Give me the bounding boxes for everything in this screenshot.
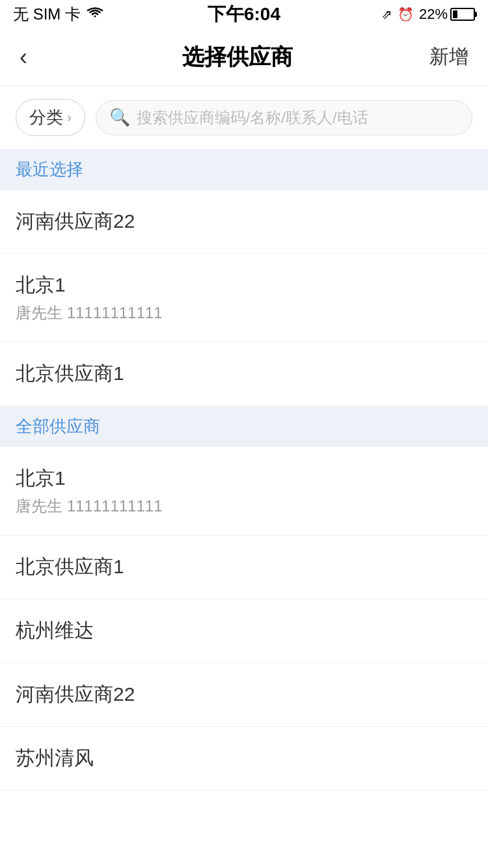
item-name: 杭州维达: [16, 617, 472, 644]
battery-pct-text: 22%: [419, 6, 448, 23]
battery-box: [450, 8, 475, 21]
item-name: 北京供应商1: [16, 554, 472, 580]
battery-fill: [453, 10, 457, 18]
search-box[interactable]: 🔍 搜索供应商编码/名称/联系人/电话: [96, 100, 472, 135]
item-name: 苏州清风: [16, 745, 472, 772]
list-item[interactable]: 苏州清风: [0, 727, 488, 791]
nav-bar: ‹ 选择供应商 新增: [0, 29, 488, 86]
list-item[interactable]: 杭州维达: [0, 599, 488, 663]
item-name: 河南供应商22: [16, 681, 472, 708]
battery-indicator: 22%: [419, 6, 475, 23]
status-left: 无 SIM 卡: [13, 4, 104, 25]
all-section-title: 全部供应商: [16, 416, 100, 436]
no-sim-text: 无 SIM 卡: [13, 4, 81, 25]
status-time: 下午6:04: [208, 2, 280, 27]
all-items-list: 北京1唐先生 11111111111北京供应商1杭州维达河南供应商22苏州清风: [0, 447, 488, 791]
item-name: 北京1: [16, 465, 472, 492]
list-item[interactable]: 北京供应商1: [0, 536, 488, 599]
recent-items-list: 河南供应商22北京1唐先生 11111111111北京供应商1: [0, 190, 488, 406]
list-item[interactable]: 北京供应商1: [0, 342, 488, 406]
alarm-icon: ⏰: [398, 7, 414, 22]
list-item[interactable]: 北京1唐先生 11111111111: [0, 447, 488, 536]
list-item[interactable]: 北京1唐先生 11111111111: [0, 254, 488, 342]
location-icon: ⇗: [381, 7, 392, 22]
filter-bar: 分类 › 🔍 搜索供应商编码/名称/联系人/电话: [0, 86, 488, 149]
wifi-icon: [86, 5, 104, 23]
list-item[interactable]: 河南供应商22: [0, 190, 488, 254]
item-name: 北京供应商1: [16, 360, 472, 387]
add-button[interactable]: 新增: [416, 44, 468, 70]
recent-section-header: 最近选择: [0, 149, 488, 190]
item-sub: 唐先生 11111111111: [16, 303, 472, 323]
status-right: ⇗ ⏰ 22%: [381, 6, 475, 23]
item-name: 北京1: [16, 272, 472, 299]
back-button[interactable]: ‹: [20, 44, 59, 71]
list-item[interactable]: 河南供应商22: [0, 663, 488, 727]
recent-section-title: 最近选择: [16, 159, 83, 179]
chevron-right-icon: ›: [67, 110, 72, 125]
category-button[interactable]: 分类 ›: [16, 99, 85, 136]
search-placeholder: 搜索供应商编码/名称/联系人/电话: [137, 107, 368, 128]
search-icon: 🔍: [109, 107, 130, 128]
all-section-header: 全部供应商: [0, 406, 488, 447]
item-name: 河南供应商22: [16, 208, 472, 235]
status-bar: 无 SIM 卡 下午6:04 ⇗ ⏰ 22%: [0, 0, 488, 29]
item-sub: 唐先生 11111111111: [16, 496, 472, 517]
page-title: 选择供应商: [182, 42, 293, 72]
category-label: 分类: [29, 106, 63, 129]
